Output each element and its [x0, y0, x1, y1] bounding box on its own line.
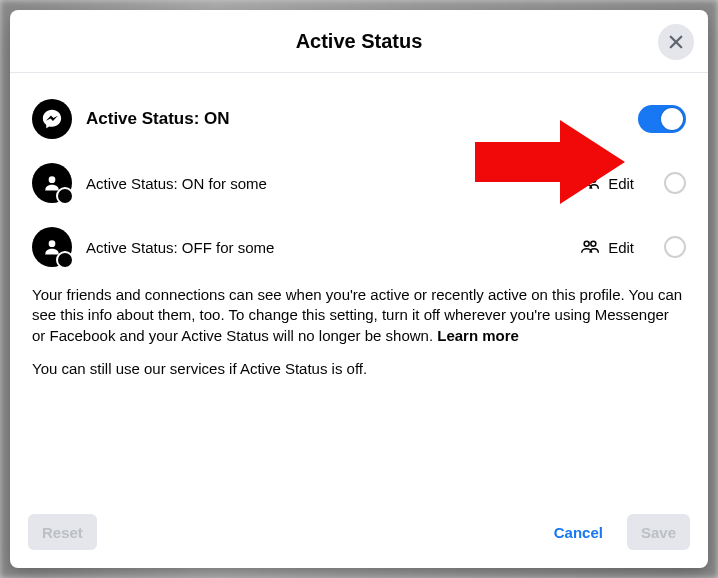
avatar-icon	[32, 227, 72, 267]
close-icon	[667, 33, 685, 51]
row-off-for-some: Active Status: OFF for some Edit	[32, 215, 686, 279]
save-button[interactable]: Save	[627, 514, 690, 550]
people-icon	[580, 237, 600, 257]
svg-point-3	[584, 177, 589, 182]
row-label-on-some: Active Status: ON for some	[86, 175, 566, 192]
row-on-for-some: Active Status: ON for some Edit	[32, 151, 686, 215]
toggle-knob	[661, 108, 683, 130]
close-button[interactable]	[658, 24, 694, 60]
sub-description: You can still use our services if Active…	[32, 360, 686, 377]
modal-header: Active Status	[10, 10, 708, 73]
svg-point-2	[49, 176, 56, 183]
cancel-button[interactable]: Cancel	[540, 514, 617, 550]
svg-point-5	[49, 240, 56, 247]
modal-title: Active Status	[296, 30, 423, 53]
reset-button[interactable]: Reset	[28, 514, 97, 550]
row-label-main: Active Status: ON	[86, 109, 624, 129]
modal-body: Active Status: ON Active Status: ON for …	[10, 73, 708, 498]
edit-off-some[interactable]: Edit	[580, 237, 634, 257]
modal-footer: Reset Cancel Save	[10, 498, 708, 568]
radio-on-some[interactable]	[664, 172, 686, 194]
svg-point-6	[584, 241, 589, 246]
people-icon	[580, 173, 600, 193]
edit-on-some[interactable]: Edit	[580, 173, 634, 193]
messenger-icon	[32, 99, 72, 139]
row-active-status-on: Active Status: ON	[32, 87, 686, 151]
description-text: Your friends and connections can see whe…	[32, 285, 686, 346]
svg-point-4	[591, 177, 596, 182]
learn-more-link[interactable]: Learn more	[437, 327, 519, 344]
radio-off-some[interactable]	[664, 236, 686, 258]
active-status-toggle[interactable]	[638, 105, 686, 133]
edit-link-off-some: Edit	[608, 239, 634, 256]
svg-point-7	[591, 241, 596, 246]
active-status-modal: Active Status Active Status: ON Active S	[10, 10, 708, 568]
avatar-icon	[32, 163, 72, 203]
row-label-off-some: Active Status: OFF for some	[86, 239, 566, 256]
edit-link-on-some: Edit	[608, 175, 634, 192]
